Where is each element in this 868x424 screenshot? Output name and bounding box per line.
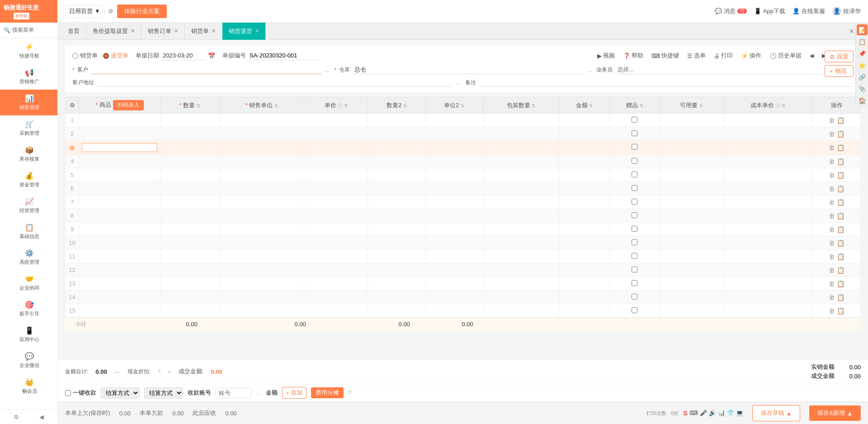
copy-icon[interactable]: 📋	[837, 158, 844, 165]
prev-btn[interactable]: ◀	[808, 52, 816, 60]
product-cell[interactable]	[79, 114, 160, 127]
video-btn[interactable]: ▶ 视频	[595, 51, 617, 61]
close-icon[interactable]: ✕	[212, 28, 216, 34]
search-menu[interactable]: 🔍 搜索菜单	[0, 23, 57, 38]
history-btn[interactable]: 🕐 历史单据	[768, 51, 803, 61]
settlement-select[interactable]: 结算方式	[101, 387, 140, 399]
delete-icon[interactable]: 🗑	[829, 267, 835, 274]
rp-link-icon[interactable]: 🔗	[857, 71, 868, 82]
unit-price-cell[interactable]	[304, 114, 368, 127]
delete-icon[interactable]: 🗑	[829, 130, 835, 138]
copy-icon[interactable]: 📋	[837, 117, 844, 124]
rp-note-icon[interactable]: 📝	[857, 24, 868, 35]
th-settings[interactable]: ⚙	[66, 97, 79, 114]
sidebar-item-appstore[interactable]: 📱 应用中心	[0, 322, 57, 348]
sidebar-item-operation[interactable]: 📈 经营管理	[0, 193, 57, 219]
available-cell[interactable]	[660, 114, 723, 127]
one-click-checkbox[interactable]	[65, 390, 71, 396]
sidebar-item-purchase[interactable]: 🛒 采购管理	[0, 115, 57, 141]
shortcut-btn[interactable]: ⌨ 快捷键	[650, 51, 681, 61]
cost-price-cell[interactable]	[723, 114, 812, 127]
unit2-cell[interactable]	[425, 114, 483, 127]
tool3-icon[interactable]: 🔊	[709, 410, 716, 417]
account-input[interactable]	[216, 388, 252, 398]
tab-sales-return[interactable]: 销货退货 ✕	[222, 23, 266, 40]
add-row-btn[interactable]: ⊕	[66, 141, 79, 155]
tab-price-settings[interactable]: 售价提取设置 ✕	[86, 23, 142, 40]
sidebar-item-system[interactable]: ⚙️ 系统管理	[0, 244, 57, 270]
copy-icon[interactable]: 📋	[837, 294, 844, 301]
gift-cell[interactable]	[609, 114, 660, 127]
dropdown-arrow[interactable]: ▲	[786, 410, 792, 417]
close-icon[interactable]: ✕	[255, 28, 259, 34]
quantity-cell[interactable]	[160, 114, 219, 127]
delete-icon[interactable]: 🗑	[829, 172, 835, 179]
category-selector[interactable]: 日用百货 ▼	[65, 5, 104, 18]
copy-icon[interactable]: 📋	[837, 253, 844, 260]
rp-pin-icon[interactable]: 📌	[857, 48, 868, 59]
dropdown-arrow[interactable]: ▲	[847, 410, 853, 417]
delete-icon[interactable]: 🗑	[829, 307, 835, 314]
tool6-icon[interactable]: 💻	[736, 410, 743, 417]
rp-star-icon[interactable]: ⭐	[857, 60, 868, 71]
tool5-icon[interactable]: 👕	[727, 410, 734, 417]
collapse-icon[interactable]: ◀	[39, 414, 44, 420]
copy-icon[interactable]: 📋	[837, 185, 844, 192]
tool4-icon[interactable]: 📊	[718, 410, 725, 417]
print-btn[interactable]: 🖨 打印	[712, 51, 735, 61]
logistics-btn[interactable]: + 物流	[825, 65, 854, 77]
sales-unit-cell[interactable]	[219, 114, 304, 127]
copy-icon[interactable]: 📋	[837, 212, 844, 219]
delete-icon[interactable]: 🗑	[829, 253, 835, 260]
sidebar-item-inventory[interactable]: 📦 库存核算	[0, 141, 57, 167]
tool2-icon[interactable]: 🎤	[700, 410, 707, 417]
copy-icon[interactable]: 📋	[837, 172, 844, 179]
calc-select[interactable]: 结算方式	[144, 387, 183, 399]
add-payment-btn[interactable]: + 添加	[282, 387, 307, 399]
date-input[interactable]	[161, 51, 206, 60]
tab-sales-delivery[interactable]: 销货单 ✕	[185, 23, 222, 40]
salesperson-input[interactable]	[615, 65, 846, 74]
message-item[interactable]: 💬 消息 70	[715, 7, 747, 15]
calendar-icon[interactable]: 📅	[208, 52, 215, 59]
close-icon[interactable]: ✕	[131, 28, 135, 34]
tab-home[interactable]: 首页	[61, 23, 86, 40]
address-input[interactable]	[97, 78, 453, 87]
help-btn[interactable]: ❓ 帮助	[621, 51, 645, 61]
delete-icon[interactable]: 🗑	[829, 158, 835, 165]
copy-icon[interactable]: 📋	[837, 130, 844, 138]
copy-icon[interactable]: 📋	[837, 199, 844, 206]
scan-btn[interactable]: 扫码录入	[113, 100, 144, 110]
delete-icon[interactable]: 🗑	[829, 212, 835, 219]
id-input[interactable]	[248, 51, 320, 60]
delete-icon[interactable]: 🗑	[829, 280, 835, 287]
tool1-icon[interactable]: ⌨	[689, 410, 698, 417]
radio-delivery[interactable]: 销货单	[72, 52, 98, 60]
rp-home-icon[interactable]: 🏠	[857, 95, 868, 106]
sidebar-item-wechat[interactable]: 💬 企业微信	[0, 348, 57, 373]
settings-icon[interactable]: ⚙	[14, 414, 19, 420]
delete-icon[interactable]: 🗑	[829, 199, 835, 206]
fee-split-btn[interactable]: 费用分摊	[311, 387, 344, 398]
account-dots[interactable]: ...	[256, 390, 261, 396]
delete-icon[interactable]: 🗑	[829, 185, 835, 192]
qty2-cell[interactable]	[368, 114, 425, 127]
operate-btn[interactable]: ⚡ 操作	[739, 51, 763, 61]
product-input[interactable]	[82, 143, 157, 152]
customer-input[interactable]	[91, 65, 322, 74]
save-draft-btn[interactable]: 保存草稿 ▲	[752, 405, 801, 421]
rp-clip-icon[interactable]: 📎	[857, 83, 868, 94]
sidebar-item-finance[interactable]: 💰 资金管理	[0, 167, 57, 193]
warehouse-select-btn[interactable]: ...	[587, 67, 592, 73]
sidebar-item-enterprise[interactable]: 🤝 企业协同	[0, 270, 57, 296]
note-input[interactable]	[479, 78, 854, 87]
close-icon[interactable]: ✕	[174, 28, 178, 34]
sidebar-item-basic[interactable]: 📋 基础信息	[0, 219, 57, 244]
fee-help-icon[interactable]: ?	[348, 390, 351, 396]
copy-icon[interactable]: 📋	[837, 267, 844, 274]
customer-select-btn[interactable]: ...	[325, 67, 330, 73]
discount-help-icon[interactable]: ?	[158, 369, 160, 374]
sidebar-item-guide[interactable]: 🎯 新手引导	[0, 296, 57, 322]
user-profile[interactable]: 👤 徐泽华	[832, 7, 861, 16]
rp-list-icon[interactable]: 📋	[857, 36, 868, 47]
